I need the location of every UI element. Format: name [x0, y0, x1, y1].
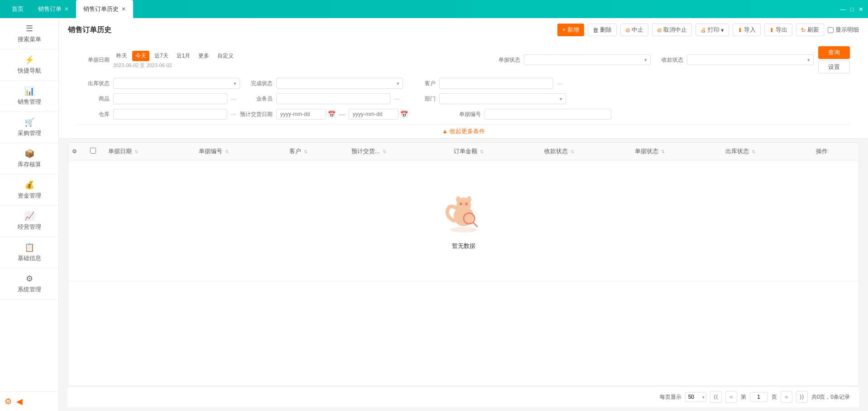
finance-icon: 💰 [24, 180, 34, 190]
show-detail-checkbox[interactable] [828, 27, 834, 33]
window-max-btn[interactable]: □ [850, 6, 854, 13]
sales-icon: 📊 [24, 86, 34, 96]
outbound-status-select[interactable] [113, 78, 240, 89]
sidebar-item-system[interactable]: ⚙ 系统管理 [0, 268, 58, 300]
date-filter-col: 昨天 今天 近7天 近1月 更多 自定义 2023-06-02 至 2023-0… [113, 51, 488, 69]
total-text: 共0页，0条记录 [811, 393, 850, 401]
order-number-input[interactable] [484, 109, 611, 120]
sidebar-collapse-icon[interactable]: ◀ [16, 396, 23, 406]
sidebar-item-purchase[interactable]: 🛒 采购管理 [0, 112, 58, 143]
tab-sales-order[interactable]: 销售订单 ✕ [31, 0, 76, 18]
salesperson-dots-btn[interactable]: ··· [390, 93, 403, 104]
tab-sales-order-history[interactable]: 销售订单历史 ✕ [76, 0, 133, 18]
department-label: 部门 [403, 95, 439, 103]
prev-page-btn[interactable]: ＜ [725, 391, 737, 403]
tab-sales-order-close[interactable]: ✕ [64, 6, 69, 12]
sort-amount-icon[interactable]: ⇅ [480, 149, 484, 154]
payment-status-label: 收款状态 [651, 56, 687, 64]
stop-icon: ⊘ [625, 27, 630, 34]
product-input[interactable] [113, 93, 227, 104]
sort-outbound-status-icon[interactable]: ⇅ [752, 149, 755, 154]
cancel-stop-button[interactable]: ⊘ 取消中止 [652, 24, 692, 36]
date-from-input[interactable] [276, 109, 326, 120]
customer-label: 客户 [403, 80, 439, 87]
setting-button[interactable]: 设置 [818, 61, 850, 73]
new-button[interactable]: + 新增 [557, 24, 584, 36]
date-tag-1month[interactable]: 近1月 [173, 51, 194, 61]
page-number-input[interactable] [750, 392, 768, 402]
tab-home[interactable]: 首页 [5, 0, 31, 18]
col-settings[interactable]: ⚙ [68, 143, 86, 160]
last-page-btn[interactable]: ⟩⟩ [796, 391, 808, 403]
empty-state: 暂无数据 [72, 164, 855, 277]
expected-delivery-label: 预计交货日期 [240, 111, 276, 118]
stop-button[interactable]: ⊘ 中止 [620, 24, 648, 36]
calendar-to-icon[interactable]: 📅 [400, 111, 408, 118]
sort-order-status-icon[interactable]: ⇅ [661, 149, 665, 154]
order-status-label: 单据状态 [488, 56, 524, 64]
first-page-btn[interactable]: ⟨⟨ [710, 391, 722, 403]
department-select[interactable] [439, 93, 566, 104]
export-button[interactable]: ⬆ 导出 [764, 24, 792, 36]
salesperson-input[interactable] [276, 93, 390, 104]
window-min-btn[interactable]: — [840, 6, 846, 13]
sort-date-icon[interactable]: ⇅ [134, 149, 138, 154]
tab-sales-order-history-close[interactable]: ✕ [121, 6, 126, 12]
warehouse-input[interactable] [113, 109, 227, 120]
window-close-btn[interactable]: ✕ [858, 6, 863, 13]
page-header: 销售订单历史 + 新增 🗑 删除 ⊘ 中止 ⊘ 取消中止 [59, 18, 868, 139]
sort-number-icon[interactable]: ⇅ [225, 149, 229, 154]
quick-nav-icon: ⚡ [24, 55, 34, 65]
show-detail-checkbox-label[interactable]: 显示明细 [828, 26, 859, 34]
order-status-select[interactable] [524, 54, 651, 65]
print-button[interactable]: 🖨 打印 ▾ [695, 24, 729, 36]
sidebar-settings-icon[interactable]: ⚙ [5, 396, 12, 406]
top-bar: 首页 销售订单 ✕ 销售订单历史 ✕ — □ ✕ [0, 0, 868, 18]
sidebar-item-system-label: 系统管理 [18, 285, 41, 294]
sidebar-item-operation[interactable]: 📈 经营管理 [0, 206, 58, 237]
outbound-status-select-wrapper [113, 78, 240, 89]
per-page-select[interactable]: 20 50 100 [685, 392, 706, 402]
col-customer: 客户 ⇅ [286, 143, 348, 160]
col-checkbox[interactable] [86, 143, 105, 160]
query-button[interactable]: 查询 [818, 46, 850, 59]
collapse-row[interactable]: ▲ 收起更多条件 [77, 124, 850, 138]
date-tag-yesterday[interactable]: 昨天 [113, 51, 130, 61]
delete-button[interactable]: 🗑 删除 [588, 24, 617, 36]
sort-payment-status-icon[interactable]: ⇅ [571, 149, 574, 154]
date-tag-7days[interactable]: 近7天 [151, 51, 172, 61]
customer-input[interactable] [439, 78, 553, 89]
warehouse-label: 仓库 [77, 111, 113, 118]
calendar-from-icon[interactable]: 📅 [328, 111, 336, 118]
table-area: ⚙ 单据日期 ⇅ 单据编号 ⇅ 客户 ⇅ [68, 142, 859, 386]
date-tag-more[interactable]: 更多 [195, 51, 212, 61]
next-page-btn[interactable]: ＞ [781, 391, 792, 403]
sort-customer-icon[interactable]: ⇅ [304, 149, 307, 154]
refresh-button[interactable]: ↻ 刷新 [796, 24, 824, 36]
col-customer-label: 客户 [289, 148, 301, 155]
customer-dots-btn[interactable]: ··· [553, 78, 566, 89]
sidebar-item-basic-info[interactable]: 📋 基础信息 [0, 237, 58, 268]
sidebar-bottom: ⚙ ◀ [0, 392, 58, 411]
select-all-checkbox[interactable] [90, 148, 96, 154]
date-to-input[interactable] [349, 109, 398, 120]
product-dots-btn[interactable]: ··· [227, 93, 240, 104]
complete-status-select[interactable] [276, 78, 403, 89]
date-tag-custom[interactable]: 自定义 [214, 51, 237, 61]
sidebar-item-sales[interactable]: 📊 销售管理 [0, 81, 58, 112]
sidebar-item-finance[interactable]: 💰 资金管理 [0, 174, 58, 206]
department-select-wrapper [439, 93, 566, 104]
sort-delivery-icon[interactable]: ⇅ [383, 149, 386, 154]
date-tag-today[interactable]: 今天 [132, 51, 149, 61]
date-dash: — [339, 111, 345, 118]
sidebar-item-search[interactable]: ☰ 搜索菜单 [0, 18, 58, 49]
complete-status-label: 完成状态 [240, 80, 276, 87]
import-button[interactable]: ⬇ 导入 [733, 24, 761, 36]
export-icon: ⬆ [769, 27, 774, 34]
warehouse-dots-btn[interactable]: ··· [227, 109, 240, 120]
sidebar-item-inventory[interactable]: 📦 库存核算 [0, 143, 58, 174]
payment-status-select[interactable] [687, 54, 814, 65]
sidebar-item-quick-nav[interactable]: ⚡ 快捷导航 [0, 49, 58, 81]
col-amount-label: 订单金额 [454, 148, 477, 155]
filter-row-3: 商品 ··· 业务员 ··· 部门 [77, 93, 850, 104]
